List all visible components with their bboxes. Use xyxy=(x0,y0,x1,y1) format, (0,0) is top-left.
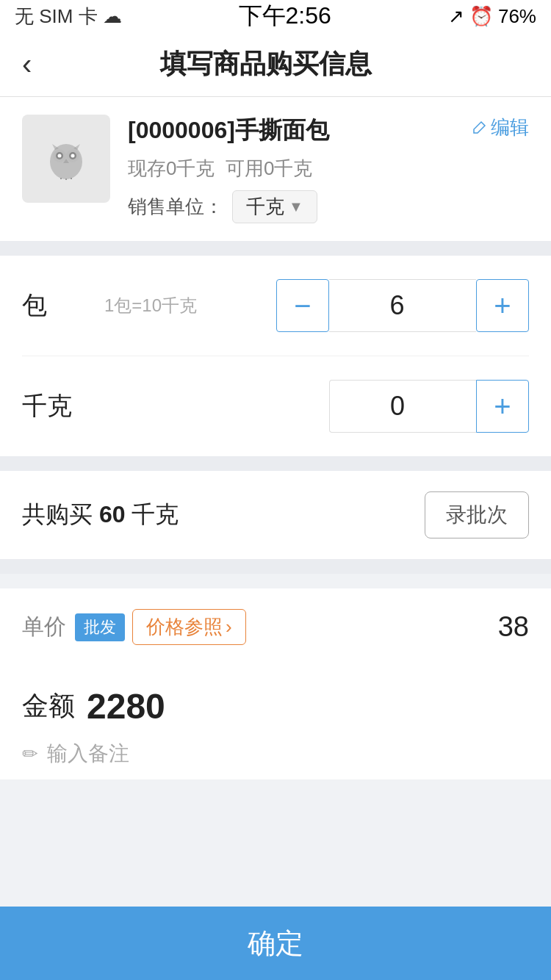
confirm-button[interactable]: 确定 xyxy=(248,925,303,962)
separator-2 xyxy=(0,456,551,471)
status-time: 下午2:56 xyxy=(239,0,331,32)
svg-point-6 xyxy=(71,154,75,158)
kg-row: 千克 + xyxy=(22,356,529,456)
amount-value: 2280 xyxy=(87,686,165,727)
product-name: [0000006]手撕面包 xyxy=(128,115,329,147)
product-thumbnail xyxy=(22,115,110,203)
unit-selector[interactable]: 千克 ▼ xyxy=(232,190,317,223)
amount-row: 金额 2280 xyxy=(22,686,529,727)
quantity-section: 包 1包=10千克 − + 千克 + xyxy=(0,256,551,456)
back-button[interactable]: ‹ xyxy=(22,48,32,81)
chevron-down-icon: ▼ xyxy=(289,198,303,215)
product-image xyxy=(37,137,96,181)
total-text: 共购买 60 千克 xyxy=(22,499,425,531)
bao-minus-button[interactable]: − xyxy=(276,279,329,332)
product-unit-row: 销售单位： 千克 ▼ xyxy=(128,190,529,223)
total-section: 共购买 60 千克 录批次 xyxy=(0,471,551,559)
pencil-icon: ✏ xyxy=(22,743,38,765)
chevron-right-icon: › xyxy=(226,616,232,638)
status-right: ↗ ⏰ 76% xyxy=(448,5,537,28)
amount-label: 金额 xyxy=(22,688,75,724)
confirm-bar[interactable]: 确定 xyxy=(0,907,551,980)
page-title: 填写商品购买信息 xyxy=(46,46,485,82)
status-bar: 无 SIM 卡 ☁ 下午2:56 ↗ ⏰ 76% xyxy=(0,0,551,32)
remark-placeholder[interactable]: 输入备注 xyxy=(47,740,129,768)
batch-button[interactable]: 录批次 xyxy=(425,491,529,538)
remark-row[interactable]: ✏ 输入备注 xyxy=(22,740,529,768)
bao-input[interactable] xyxy=(329,279,476,332)
product-stock: 现存0千克 可用0千克 xyxy=(128,156,529,181)
bao-row: 包 1包=10千克 − + xyxy=(22,256,529,356)
kg-plus-button[interactable]: + xyxy=(476,380,529,433)
nav-bar: ‹ 填写商品购买信息 xyxy=(0,32,551,97)
product-card: [0000006]手撕面包 编辑 现存0千克 可用0千克 销售单位： 千克 ▼ xyxy=(0,97,551,241)
price-batch-tag: 批发 xyxy=(75,613,125,641)
amount-section: 金额 2280 ✏ 输入备注 xyxy=(0,666,551,779)
svg-point-5 xyxy=(58,154,62,158)
kg-label: 千克 xyxy=(22,389,96,423)
status-carrier: 无 SIM 卡 ☁ xyxy=(15,4,122,29)
bao-controls: − + xyxy=(276,279,529,332)
product-info: [0000006]手撕面包 编辑 现存0千克 可用0千克 销售单位： 千克 ▼ xyxy=(128,115,529,223)
kg-controls: + xyxy=(329,380,529,433)
bao-plus-button[interactable]: + xyxy=(476,279,529,332)
price-label: 单价 xyxy=(22,612,66,642)
bao-label: 包 xyxy=(22,289,96,323)
bao-hint: 1包=10千克 xyxy=(104,294,197,317)
separator-3 xyxy=(0,559,551,574)
price-ref-button[interactable]: 价格参照 › xyxy=(132,609,246,645)
edit-button[interactable]: 编辑 xyxy=(472,115,529,140)
price-section: 单价 批发 价格参照 › 38 xyxy=(0,588,551,666)
price-value: 38 xyxy=(498,611,529,643)
kg-input[interactable] xyxy=(329,380,476,433)
separator-1 xyxy=(0,241,551,256)
edit-icon xyxy=(472,120,486,135)
